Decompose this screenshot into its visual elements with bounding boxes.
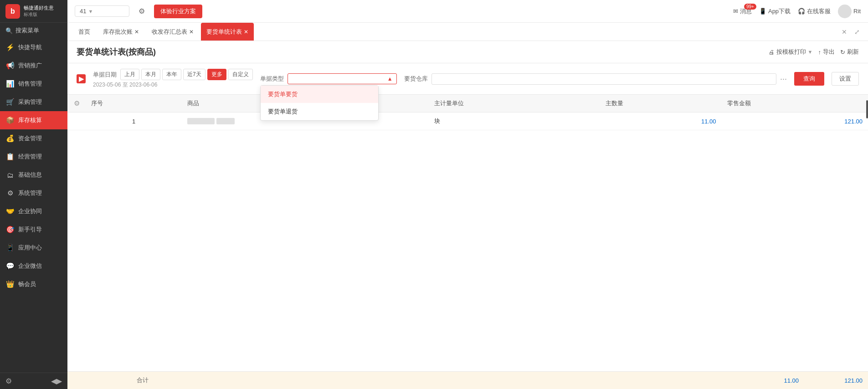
more-filters-icon[interactable]: ··· (780, 75, 787, 83)
user-avatar[interactable]: Rit (838, 5, 861, 18)
date-label: 单据日期 (93, 71, 117, 79)
settings-icon[interactable]: ⚙ (5, 377, 12, 385)
tab-fullscreen-icon[interactable]: ⤢ (852, 26, 863, 37)
tabs-bar: 首页库存批次账✕收发存汇总表✕要货单统计表✕ ✕ ⤢ (67, 23, 868, 41)
tab-inventory-batch[interactable]: 库存批次账✕ (98, 23, 144, 41)
online-service-label: 在线客服 (807, 7, 831, 15)
warehouse-label: 要货仓库 (404, 75, 428, 83)
sidebar-item-wechat[interactable]: 💬企业微信 (0, 257, 67, 275)
print-button[interactable]: 🖨 按模板打印 ▼ (769, 48, 813, 56)
sidebar-item-operations[interactable]: 📋经营管理 (0, 148, 67, 166)
sidebar-item-basic-info[interactable]: 🗂基础信息 (0, 166, 67, 184)
nav-icon-enterprise: 🤝 (5, 207, 15, 216)
dropdown-item-return[interactable]: 要货单退货 (261, 103, 378, 120)
trial-button[interactable]: 体验行业方案 (154, 5, 202, 18)
col-header-amount: 零售金额 (722, 95, 868, 113)
nav-label-finance: 资金管理 (18, 134, 42, 143)
type-filter: 单据类型 ▲ 要货单要货要货单退货 (260, 73, 397, 84)
data-table: ⚙序号商品主计量单位主数量零售金额 1 块 11.00 121.00 (67, 95, 868, 130)
gear-button[interactable]: ⚙ (135, 5, 149, 18)
user-name: Rit (853, 8, 861, 15)
search-menu[interactable]: 🔍 搜索菜单 (0, 23, 67, 38)
nav-icon-inventory: 📦 (5, 116, 15, 125)
nav-icon-basic-info: 🗂 (5, 170, 15, 179)
sidebar-item-enterprise[interactable]: 🤝企业协同 (0, 202, 67, 220)
table-footer: 合计 11.00 121.00 (67, 371, 868, 389)
sidebar-item-inventory[interactable]: 📦库存核算 (0, 111, 67, 129)
nav-icon-marketing: 📢 (5, 61, 15, 70)
nav-icon-operations: 📋 (5, 152, 15, 161)
dropdown-item-order[interactable]: 要货单要货 (261, 86, 378, 103)
nav-label-purchase: 采购管理 (18, 98, 42, 106)
print-label: 按模板打印 (776, 48, 806, 56)
type-label: 单据类型 (260, 75, 284, 83)
sidebar-item-sales[interactable]: 📊销售管理 (0, 75, 67, 93)
this-month-btn[interactable]: 本月 (141, 69, 160, 80)
chevron-down-icon: ▼ (88, 9, 93, 14)
tab-label-order-stats: 要货单统计表 (206, 28, 242, 36)
tab-close-order-stats[interactable]: ✕ (244, 29, 248, 35)
sidebar-nav: ⚡快捷导航📢营销推广📊销售管理🛒采购管理📦库存核算💰资金管理📋经营管理🗂基础信息… (0, 38, 67, 373)
query-button[interactable]: 查询 (794, 72, 824, 86)
refresh-label: 刷新 (847, 48, 859, 56)
collapse-icon[interactable]: ◀▶ (51, 377, 62, 385)
date-range-text: 2023-05-06 至 2023-06-06 (93, 81, 253, 89)
col-header-settings[interactable]: ⚙ (67, 95, 86, 113)
sidebar-item-purchase[interactable]: 🛒采购管理 (0, 93, 67, 111)
tab-receive-summary[interactable]: 收发存汇总表✕ (146, 23, 199, 41)
export-label: 导出 (823, 48, 835, 56)
tab-expand-icon[interactable]: ✕ (839, 26, 850, 37)
chevron-up-icon: ▲ (387, 76, 393, 82)
cell-unit: 块 (429, 113, 600, 130)
headset-icon: 🎧 (798, 8, 805, 15)
print-icon: 🖨 (769, 49, 775, 56)
table-row: 1 块 11.00 121.00 (67, 113, 868, 130)
sidebar-item-system[interactable]: ⚙系统管理 (0, 184, 67, 202)
sidebar-item-marketing[interactable]: 📢营销推广 (0, 56, 67, 75)
export-icon: ↑ (818, 49, 822, 56)
this-year-btn[interactable]: 本年 (162, 69, 181, 80)
nav-label-inventory: 库存核算 (18, 116, 42, 124)
store-selector[interactable]: 41 ▼ (75, 5, 129, 17)
type-select[interactable]: ▲ (288, 73, 397, 84)
cell-quantity: 11.00 (600, 113, 721, 130)
export-button[interactable]: ↑ 导出 (818, 48, 835, 56)
header-right: ✉ 消息 99+ 📱 App下载 🎧 在线客服 Rit (733, 5, 861, 18)
table-header: ⚙序号商品主计量单位主数量零售金额 (67, 95, 868, 113)
filter-bar: ▶ 单据日期 上月 本月 本年 近7天 更多 自定义 2023-05-06 至 … (67, 63, 868, 95)
sidebar-item-guide[interactable]: 🎯新手引导 (0, 220, 67, 239)
nav-icon-finance: 💰 (5, 134, 15, 143)
online-service-button[interactable]: 🎧 在线客服 (798, 7, 831, 15)
tab-close-inventory-batch[interactable]: ✕ (134, 29, 139, 35)
refresh-button[interactable]: ↻ 刷新 (840, 48, 859, 56)
logo-icon: b (5, 4, 20, 19)
tab-order-stats[interactable]: 要货单统计表✕ (201, 23, 254, 41)
app-download-button[interactable]: 📱 App下载 (759, 7, 791, 15)
sidebar-item-vip[interactable]: 👑畅会员 (0, 275, 67, 293)
page-header: 要货单统计表(按商品) 🖨 按模板打印 ▼ ↑ 导出 ↻ 刷新 (67, 41, 868, 63)
date-filter: 单据日期 上月 本月 本年 近7天 更多 自定义 (93, 69, 253, 80)
nav-icon-quick-nav: ⚡ (5, 43, 15, 52)
last-7-days-btn[interactable]: 近7天 (183, 69, 205, 80)
table-settings-icon[interactable]: ⚙ (74, 99, 80, 107)
tab-label-inventory-batch: 库存批次账 (103, 28, 133, 36)
content-area: 要货单统计表(按商品) 🖨 按模板打印 ▼ ↑ 导出 ↻ 刷新 ▶ (67, 41, 868, 389)
messages-badge: 99+ (744, 4, 756, 10)
expand-toggle[interactable]: ▶ (77, 74, 86, 83)
sidebar-item-app-center[interactable]: 📱应用中心 (0, 239, 67, 257)
header-row: ⚙序号商品主计量单位主数量零售金额 (67, 95, 868, 113)
more-date-btn[interactable]: 更多 (207, 69, 226, 80)
tab-home[interactable]: 首页 (73, 23, 96, 41)
nav-icon-app-center: 📱 (5, 243, 15, 252)
last-month-btn[interactable]: 上月 (120, 69, 139, 80)
sidebar-item-finance[interactable]: 💰资金管理 (0, 129, 67, 148)
nav-icon-guide: 🎯 (5, 225, 15, 234)
settings-button[interactable]: 设置 (832, 72, 859, 86)
warehouse-input[interactable] (431, 73, 776, 85)
messages-button[interactable]: ✉ 消息 99+ (733, 7, 752, 15)
col-header-quantity: 主数量 (600, 95, 721, 113)
nav-label-operations: 经营管理 (18, 153, 42, 161)
tab-close-receive-summary[interactable]: ✕ (189, 29, 194, 35)
custom-date-btn[interactable]: 自定义 (228, 69, 253, 80)
sidebar-item-quick-nav[interactable]: ⚡快捷导航 (0, 38, 67, 56)
